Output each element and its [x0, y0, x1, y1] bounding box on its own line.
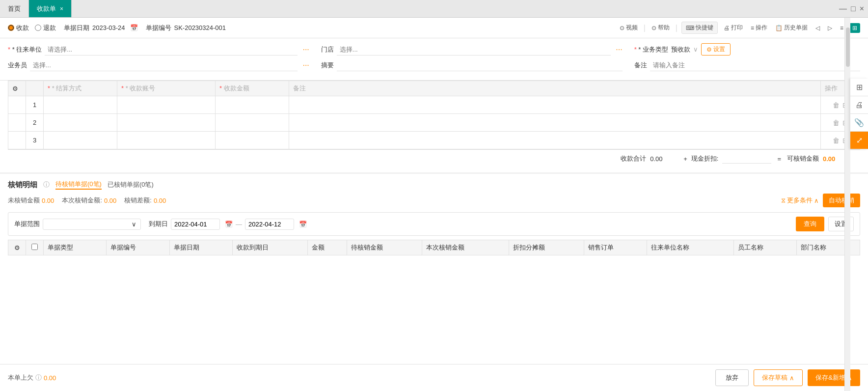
grid-view-btn[interactable]: ⊞ [849, 23, 860, 33]
print-btn[interactable]: 🖨 打印 [722, 23, 745, 33]
bottom-bar: 本单上欠 ⓘ 0.00 放弃 保存草稿 ∧ 保存&新增 ∧ [0, 364, 868, 391]
save-draft-label: 保存草稿 [762, 373, 787, 382]
summary-input[interactable] [337, 59, 623, 71]
tab-current[interactable]: 收款单 × [29, 0, 72, 17]
right-panel-print-btn[interactable]: 🖨 [850, 96, 868, 114]
video-btn[interactable]: ⊙ 视频 [618, 23, 640, 33]
sub-col-checkbox[interactable] [26, 240, 44, 255]
row2-settlement[interactable] [44, 114, 117, 132]
store-input[interactable] [337, 44, 611, 56]
radio-receive[interactable]: 收款 [8, 24, 29, 32]
sub-col-dept: 部门名称 [797, 240, 860, 255]
verify-tab-pending[interactable]: 待核销单据(0笔) [55, 180, 102, 190]
plus-sign: + [683, 155, 687, 163]
row3-account[interactable] [117, 132, 216, 149]
help-btn[interactable]: ⊙ 帮助 [650, 23, 672, 33]
maximize-icon[interactable]: □ [851, 4, 856, 13]
row2-delete-btn[interactable]: 🗑 [833, 119, 840, 127]
counterpart-col-label: 往来单位名称 [651, 244, 689, 251]
sub-col-pending: 待核销金额 [347, 240, 422, 255]
row3-amount[interactable] [216, 132, 289, 149]
nav-next-btn[interactable]: ▷ [826, 24, 834, 32]
right-panel-expand-btn[interactable]: ⤢ [850, 132, 868, 149]
sub-col-settings[interactable]: ⚙ [8, 240, 26, 255]
diff-stat: 核销差额: 0.00 [124, 196, 166, 205]
history-btn[interactable]: 📋 历史单据 [773, 23, 810, 33]
col-settings-header[interactable]: ⚙ [8, 81, 26, 96]
right-panel: ⊞ 🖨 📎 ⤢ [850, 79, 868, 149]
scroll-thumb [846, 28, 850, 67]
row2-num: 2 [26, 114, 44, 132]
row3-delete-btn[interactable]: 🗑 [833, 137, 840, 144]
print-icon: 🖨 [724, 25, 730, 31]
row3-remark[interactable] [289, 132, 821, 149]
nav-prev-btn[interactable]: ◁ [814, 24, 822, 32]
range-select-arrow: ∨ [132, 221, 136, 228]
operation-btn[interactable]: ≡ 操作 [749, 23, 769, 33]
row1-account[interactable] [117, 96, 216, 114]
right-panel-table-btn[interactable]: ⊞ [850, 79, 868, 96]
sub-col-staff: 员工名称 [733, 240, 796, 255]
staff-input[interactable] [30, 59, 298, 71]
sub-col-docdate: 单据日期 [169, 240, 232, 255]
prev-info-icon[interactable]: ⓘ [35, 373, 42, 382]
more-conditions-btn[interactable]: ⧖ 更多条件 ∧ [781, 196, 819, 205]
doc-number-field: 单据编号 SK-20230324-001 [146, 24, 226, 32]
abandon-btn[interactable]: 放弃 [715, 369, 749, 386]
date-to-calendar-icon[interactable]: 📅 [299, 221, 307, 228]
store-more-btn[interactable]: ··· [616, 45, 622, 54]
row2-amount[interactable] [216, 114, 289, 132]
row2-account[interactable] [117, 114, 216, 132]
due-date-label: 到期日 [149, 220, 168, 228]
query-btn[interactable]: 查询 [796, 217, 824, 231]
shortcut-btn[interactable]: ⌨ 快捷键 [681, 22, 718, 34]
remark-label: 备注 [634, 61, 647, 70]
row1-delete-btn[interactable]: 🗑 [833, 101, 840, 109]
counterpart-more-btn[interactable]: ··· [302, 45, 309, 54]
row1-amount[interactable] [216, 96, 289, 114]
staff-more-btn[interactable]: ··· [302, 61, 309, 70]
minimize-icon[interactable]: — [839, 4, 847, 13]
save-draft-btn[interactable]: 保存草稿 ∧ [754, 369, 803, 386]
equal-sign: = [777, 155, 781, 163]
sub-col-duedate: 收款到期日 [233, 240, 308, 255]
date-to-input[interactable] [245, 219, 294, 230]
amount-label: 收款金额 [224, 84, 249, 92]
row1-remark[interactable] [289, 96, 821, 114]
verify-info-icon[interactable]: ⓘ [43, 180, 50, 189]
radio-refund-input[interactable] [35, 25, 41, 31]
row3-settlement[interactable] [44, 132, 117, 149]
radio-refund[interactable]: 退款 [35, 24, 56, 32]
select-all-checkbox[interactable] [31, 244, 38, 250]
settings-icon: ⚙ [12, 85, 18, 92]
calendar-icon[interactable]: 📅 [130, 24, 138, 31]
save-new-btn[interactable]: 保存&新增 ∧ [808, 369, 860, 386]
col-num-header [26, 81, 44, 96]
radio-receive-input[interactable] [8, 25, 14, 31]
row1-num: 1 [26, 96, 44, 114]
counterpart-input[interactable] [45, 44, 298, 56]
date-from-input[interactable] [171, 219, 220, 230]
row1-settlement[interactable] [44, 96, 117, 114]
date-from-calendar-icon[interactable]: 📅 [225, 221, 233, 228]
row2-remark[interactable] [289, 114, 821, 132]
right-panel-attach-btn[interactable]: 📎 [850, 114, 868, 132]
form-settings-btn[interactable]: ⚙ 设置 [701, 43, 731, 56]
auto-verify-btn[interactable]: 自动核销 [823, 194, 860, 207]
doc-type-radio-group: 收款 退款 [8, 24, 56, 32]
tab-close-icon[interactable]: × [60, 5, 63, 12]
verify-tab-verified[interactable]: 已核销单据(0笔) [108, 180, 154, 189]
scroll-track[interactable] [844, 18, 850, 391]
tab-home-label: 首页 [8, 4, 21, 13]
auto-verify-btn-label: 自动核销 [829, 196, 854, 204]
tab-home[interactable]: 首页 [0, 0, 29, 17]
remark-input[interactable] [650, 59, 860, 71]
window-close-icon[interactable]: × [860, 4, 864, 13]
sub-col-counterpart: 往来单位名称 [647, 240, 734, 255]
business-type-arrow[interactable]: ∨ [693, 46, 698, 53]
range-select[interactable]: ∨ [43, 219, 141, 230]
form-row-1: * 往来单位 ··· 门店 ··· * 业务类型 预收款 ∨ ⚙ 设置 [8, 43, 860, 56]
discount-input[interactable] [722, 154, 771, 164]
prev-amount-info: 本单上欠 ⓘ 0.00 [8, 373, 56, 382]
remark-group: 备注 [634, 59, 860, 71]
